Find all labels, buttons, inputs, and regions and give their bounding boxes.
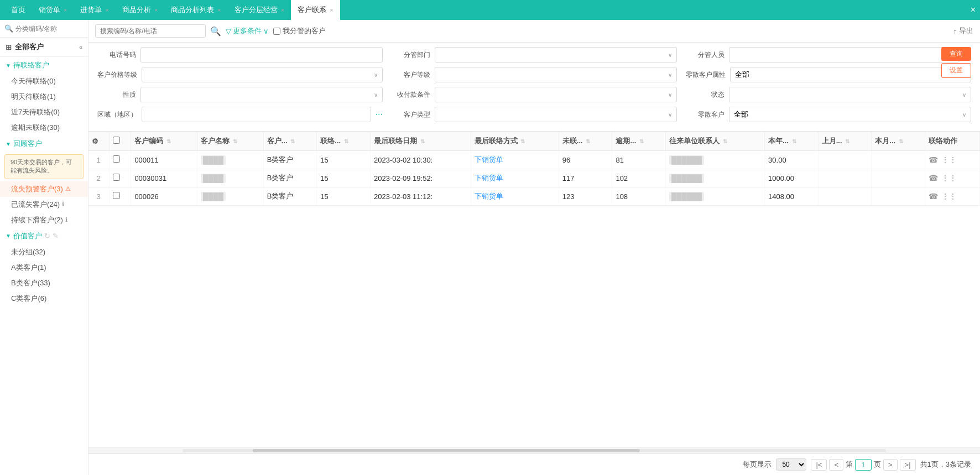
sidebar-item-7days[interactable]: 近7天待联络(0)	[0, 105, 88, 120]
last-method-link-2[interactable]: 下销货单	[475, 192, 503, 200]
row-checkbox-1[interactable]	[109, 169, 131, 187]
scrollbar-thumb[interactable]	[253, 449, 640, 452]
more-action-icon-2[interactable]: ⋮⋮	[941, 192, 957, 201]
filter-select-region[interactable]	[142, 107, 371, 122]
nav-tab-analysis-list[interactable]: 商品分析列表 ×	[164, 0, 227, 20]
query-button[interactable]: 查询	[941, 47, 971, 61]
filter-select-staff[interactable]	[729, 47, 960, 62]
row-last-method-0[interactable]: 下销货单	[471, 151, 559, 169]
sort-uncontact-icon[interactable]: ⇅	[586, 138, 590, 144]
filter-select-nature[interactable]: ∨	[140, 87, 383, 102]
sidebar-item-churn-warning[interactable]: 流失预警客户(3) ⚠	[0, 181, 88, 197]
contact-action-icon-1[interactable]: ☎	[929, 174, 938, 182]
close-tab-sales-icon[interactable]: ×	[64, 7, 67, 13]
sort-liaison-icon[interactable]: ⇅	[723, 138, 727, 144]
row-last-method-1[interactable]: 下销货单	[471, 169, 559, 187]
sidebar-group-value[interactable]: ▼ 价值客户 ↻ ✎	[0, 228, 88, 244]
prev-page-button[interactable]: <	[829, 459, 843, 471]
col-checkbox[interactable]	[109, 132, 131, 151]
filter-select-retail[interactable]: 全部 ∨	[729, 107, 971, 122]
col-overdue[interactable]: 逾期... ⇅	[612, 132, 666, 151]
row-last-method-2[interactable]: 下销货单	[471, 187, 559, 206]
col-settings[interactable]: ⚙	[88, 132, 109, 151]
more-action-icon-0[interactable]: ⋮⋮	[941, 155, 957, 164]
nav-home[interactable]: 首页	[4, 5, 32, 15]
horizontal-scrollbar[interactable]	[88, 447, 980, 453]
refresh-icon[interactable]: ↻	[44, 232, 50, 240]
col-liaison[interactable]: 往来单位联系人 ⇅	[666, 132, 765, 151]
sort-type-icon[interactable]: ⇅	[290, 138, 295, 144]
sidebar-item-tomorrow[interactable]: 明天待联络(1)	[0, 89, 88, 105]
sort-contact-icon[interactable]: ⇅	[344, 138, 348, 144]
more-filter-button[interactable]: ▽ 更多条件 ∨	[226, 26, 269, 36]
export-button[interactable]: ↑ 导出	[953, 26, 974, 36]
sidebar-item-class-a[interactable]: A类客户(1)	[0, 260, 88, 275]
filter-select-dept[interactable]: ∨	[435, 47, 677, 62]
col-this-year[interactable]: 本年... ⇅	[765, 132, 819, 151]
col-contact-count[interactable]: 联络... ⇅	[317, 132, 371, 151]
col-type[interactable]: 客户... ⇅	[263, 132, 317, 151]
filter-select-payment[interactable]: ∨	[435, 87, 677, 102]
sidebar-item-class-c[interactable]: C类客户(6)	[0, 291, 88, 306]
select-all-checkbox[interactable]	[113, 137, 120, 144]
nav-tab-analysis[interactable]: 商品分析 ×	[116, 0, 164, 20]
sidebar-group-pending[interactable]: ▼ 待联络客户	[0, 57, 88, 74]
close-tab-analysis-icon[interactable]: ×	[154, 7, 158, 13]
contact-action-icon-0[interactable]: ☎	[929, 155, 938, 164]
filter-input-phone[interactable]	[140, 47, 383, 62]
close-tab-layer-icon[interactable]: ×	[281, 7, 284, 13]
contact-action-icon-2[interactable]: ☎	[929, 192, 938, 201]
close-tab-contact-icon[interactable]: ×	[330, 7, 333, 13]
close-tab-analysis-list-icon[interactable]: ×	[217, 7, 221, 13]
last-page-button[interactable]: >|	[900, 459, 916, 471]
sidebar-item-churned[interactable]: 已流失客户(24) ℹ	[0, 197, 88, 212]
filter-search-input[interactable]	[95, 24, 206, 38]
close-tab-purchase-icon[interactable]: ×	[105, 7, 108, 13]
sidebar-item-today[interactable]: 今天待联络(0)	[0, 74, 88, 89]
sort-last-month-icon[interactable]: ⇅	[845, 138, 849, 144]
sidebar-item-overdue[interactable]: 逾期未联络(30)	[0, 120, 88, 135]
nav-tab-purchase[interactable]: 进货单 ×	[74, 0, 115, 20]
sort-last-date-icon[interactable]: ⇅	[420, 138, 425, 144]
sidebar-all-customers[interactable]: ⊞ 全部客户 «	[0, 38, 88, 57]
sidebar-search-input[interactable]	[15, 25, 84, 33]
sort-name-icon[interactable]: ⇅	[233, 138, 237, 144]
last-method-link-1[interactable]: 下销货单	[475, 174, 503, 182]
close-all-tabs-button[interactable]: ×	[971, 5, 976, 15]
filter-select-cust-level[interactable]: ∨	[435, 67, 677, 82]
col-last-date[interactable]: 最后联络日期 ⇅	[370, 132, 471, 151]
col-name[interactable]: 客户名称 ⇅	[197, 132, 264, 151]
row-checkbox-0[interactable]	[109, 151, 131, 169]
filter-search-button[interactable]: 🔍	[210, 26, 221, 36]
more-region-icon[interactable]: ···	[376, 109, 383, 119]
sort-this-month-icon[interactable]: ⇅	[899, 138, 903, 144]
sort-last-method-icon[interactable]: ⇅	[520, 138, 525, 144]
sort-this-year-icon[interactable]: ⇅	[792, 138, 796, 144]
col-last-method[interactable]: 最后联络方式 ⇅	[471, 132, 559, 151]
sidebar-item-declining[interactable]: 持续下滑客户(2) ℹ	[0, 212, 88, 228]
col-last-month[interactable]: 上月... ⇅	[818, 132, 872, 151]
next-page-button[interactable]: >	[883, 459, 898, 471]
first-page-button[interactable]: |<	[811, 459, 827, 471]
nav-tab-customer-contact[interactable]: 客户联系 ×	[291, 0, 340, 20]
sidebar-collapse-icon[interactable]: «	[79, 44, 82, 50]
filter-select-status[interactable]: ∨	[729, 87, 971, 102]
sidebar-group-review[interactable]: ▼ 回顾客户	[0, 135, 88, 152]
col-this-month[interactable]: 本月... ⇅	[872, 132, 925, 151]
filter-select-cust-type[interactable]: ∨	[435, 107, 677, 122]
my-customer-checkbox[interactable]	[273, 28, 280, 35]
sort-overdue-icon[interactable]: ⇅	[639, 138, 644, 144]
filter-select-retail-attr[interactable]: 全部 ∨	[730, 67, 971, 82]
last-method-link-0[interactable]: 下销货单	[475, 155, 503, 164]
filter-select-price[interactable]: ∨	[142, 67, 383, 82]
page-size-select[interactable]: 50 100 200	[776, 458, 806, 471]
nav-tab-sales[interactable]: 销货单 ×	[32, 0, 74, 20]
row-checkbox-2[interactable]	[109, 187, 131, 206]
col-uncontact[interactable]: 未联... ⇅	[559, 132, 612, 151]
edit-icon[interactable]: ✎	[53, 232, 59, 240]
nav-tab-customer-layer[interactable]: 客户分层经营 ×	[228, 0, 291, 20]
sort-code-icon[interactable]: ⇅	[166, 138, 171, 144]
col-code[interactable]: 客户编码 ⇅	[131, 132, 197, 151]
sidebar-item-class-b[interactable]: B类客户(33)	[0, 275, 88, 291]
settings-button[interactable]: 设置	[941, 63, 971, 78]
